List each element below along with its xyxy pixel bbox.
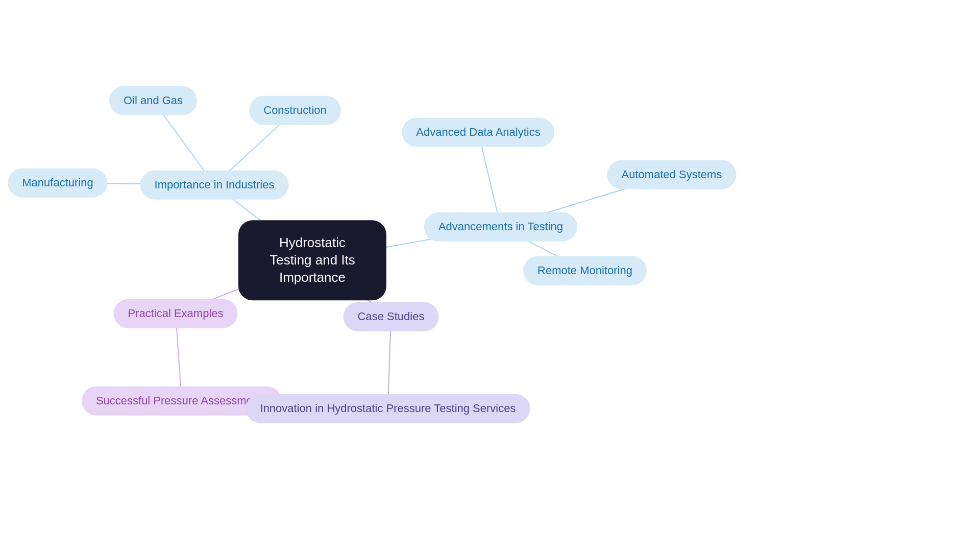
node-innovation: Innovation in Hydrostatic Pressure Testi… xyxy=(246,394,530,423)
node-oil_and_gas: Oil and Gas xyxy=(109,86,197,115)
node-case_studies: Case Studies xyxy=(344,302,439,331)
node-importance_in_industries: Importance in Industries xyxy=(140,171,289,200)
node-automated_systems: Automated Systems xyxy=(607,160,737,189)
node-center: Hydrostatic Testing and Its Importance xyxy=(238,220,386,300)
mind-map: Hydrostatic Testing and Its ImportanceIm… xyxy=(0,0,980,553)
node-remote_monitoring: Remote Monitoring xyxy=(523,256,647,285)
node-construction: Construction xyxy=(249,96,341,125)
node-manufacturing: Manufacturing xyxy=(8,169,107,198)
node-advancements_in_testing: Advancements in Testing xyxy=(424,212,577,242)
node-advanced_data_analytics: Advanced Data Analytics xyxy=(402,118,554,147)
node-practical_examples: Practical Examples xyxy=(113,299,237,328)
